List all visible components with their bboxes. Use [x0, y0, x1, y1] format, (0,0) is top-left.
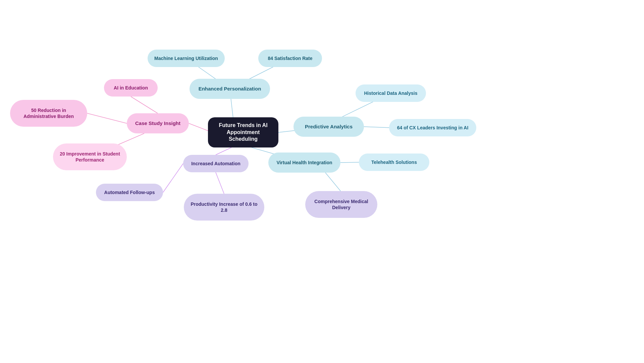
- node-ai-education: AI in Education: [104, 79, 158, 97]
- node-cx-leaders: 64 of CX Leaders Investing in AI: [389, 119, 476, 136]
- svg-line-5: [364, 127, 391, 128]
- node-enhanced-personalization: Enhanced Personalization: [190, 79, 270, 99]
- node-productivity: Productivity Increase of 0.6 to 2.8: [184, 194, 264, 221]
- node-virtual-health: Virtual Health Integration: [268, 153, 340, 173]
- svg-line-12: [325, 173, 341, 192]
- svg-line-8: [87, 113, 127, 123]
- node-telehealth: Telehealth Solutions: [359, 154, 429, 171]
- svg-line-6: [189, 123, 208, 131]
- node-comprehensive-medical: Comprehensive Medical Delivery: [305, 191, 377, 218]
- svg-line-15: [216, 172, 224, 194]
- mindmap-container: Future Trends in AI Appointment Scheduli…: [0, 0, 644, 363]
- svg-line-7: [131, 97, 158, 113]
- svg-line-11: [340, 162, 361, 163]
- node-20-improvement: 20 Improvement in Student Performance: [53, 143, 127, 170]
- node-50-reduction: 50 Reduction in Administrative Burden: [10, 100, 87, 127]
- node-case-study: Case Study Insight: [127, 113, 189, 133]
- connections-svg: [0, 0, 644, 363]
- node-predictive-analytics: Predictive Analytics: [293, 117, 364, 137]
- node-increased-automation: Increased Automation: [183, 155, 249, 172]
- node-automated-followups: Automated Follow-ups: [96, 184, 163, 201]
- center-label: Future Trends in AI Appointment Scheduli…: [215, 122, 272, 143]
- svg-line-13: [216, 147, 231, 155]
- node-historical-data: Historical Data Analysis: [356, 84, 426, 102]
- center-node: Future Trends in AI Appointment Scheduli…: [208, 117, 278, 147]
- node-satisfaction: 84 Satisfaction Rate: [258, 50, 322, 67]
- node-ml-utilization: Machine Learning Utilization: [148, 50, 225, 67]
- svg-line-14: [163, 164, 183, 192]
